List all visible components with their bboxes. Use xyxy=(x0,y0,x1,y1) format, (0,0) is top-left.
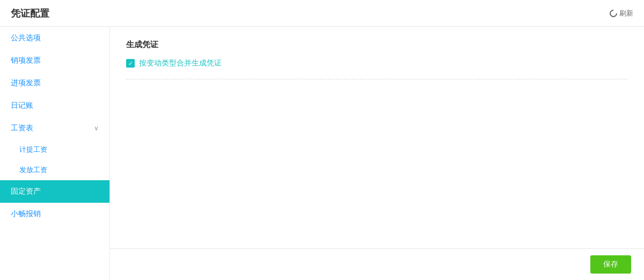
sidebar-item-payroll-distribute[interactable]: 发放工资 xyxy=(0,160,109,180)
sidebar-item-label: 销项发票 xyxy=(11,56,41,65)
sidebar-item-payroll[interactable]: 工资表 ∨ xyxy=(0,117,109,139)
section-title: 生成凭证 xyxy=(126,40,628,50)
sidebar-item-label: 进项发票 xyxy=(11,78,41,88)
checkbox-row: ✓ 按变动类型合并生成凭证 xyxy=(126,58,628,68)
sidebar-item-payroll-accrual[interactable]: 计提工资 xyxy=(0,139,109,160)
sidebar-sub-label: 计提工资 xyxy=(19,145,47,153)
section-divider xyxy=(126,79,628,79)
sidebar-item-label: 工资表 xyxy=(11,123,33,133)
refresh-button[interactable]: 刷新 xyxy=(610,9,633,18)
chevron-down-icon: ∨ xyxy=(94,124,99,132)
page-title: 凭证配置 xyxy=(11,7,49,20)
sidebar-item-label: 公共选项 xyxy=(11,33,41,43)
sidebar: 公共选项 销项发票 进项发票 日记账 工资表 ∨ 计提工资 发放工资 固定资 xyxy=(0,27,110,280)
body: 公共选项 销项发票 进项发票 日记账 工资表 ∨ 计提工资 发放工资 固定资 xyxy=(0,27,644,280)
sidebar-item-label: 小畅报销 xyxy=(11,209,41,219)
page-header: 凭证配置 刷新 xyxy=(0,0,644,27)
refresh-icon xyxy=(608,8,619,19)
content-panel: 生成凭证 ✓ 按变动类型合并生成凭证 xyxy=(110,27,644,248)
save-button[interactable]: 保存 xyxy=(590,255,631,274)
main-content-area: 生成凭证 ✓ 按变动类型合并生成凭证 保存 xyxy=(110,27,644,280)
sidebar-item-fixed-assets[interactable]: 固定资产 xyxy=(0,180,109,203)
refresh-label: 刷新 xyxy=(619,9,633,18)
sidebar-item-label: 固定资产 xyxy=(11,187,41,196)
sidebar-item-expense-report[interactable]: 小畅报销 xyxy=(0,203,109,225)
sidebar-item-journal[interactable]: 日记账 xyxy=(0,94,109,117)
merge-checkbox[interactable]: ✓ xyxy=(126,59,135,68)
checkbox-label[interactable]: 按变动类型合并生成凭证 xyxy=(139,58,222,68)
check-mark-icon: ✓ xyxy=(128,61,133,67)
sidebar-item-public[interactable]: 公共选项 xyxy=(0,27,109,49)
sidebar-sub-label: 发放工资 xyxy=(19,166,47,174)
sidebar-item-label: 日记账 xyxy=(11,101,33,110)
page-footer: 保存 xyxy=(110,248,644,280)
sidebar-item-purchase-invoice[interactable]: 进项发票 xyxy=(0,72,109,94)
sidebar-item-sales-invoice[interactable]: 销项发票 xyxy=(0,49,109,72)
